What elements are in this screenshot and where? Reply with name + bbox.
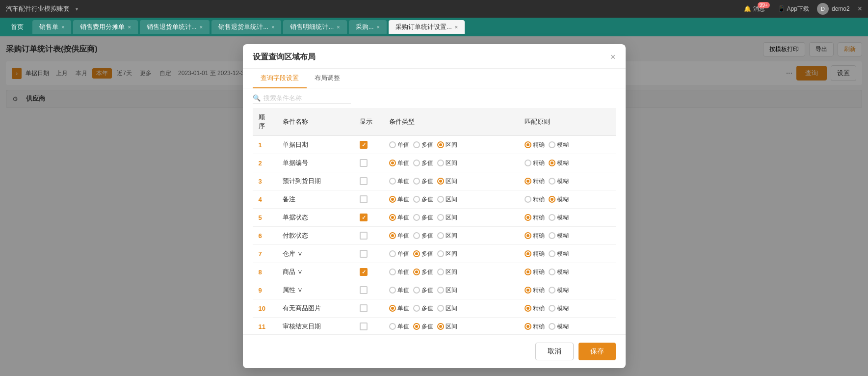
type-multi-radio[interactable]: 多值 xyxy=(413,304,433,313)
modal-close-button[interactable]: × xyxy=(610,52,616,62)
type-single-radio[interactable]: 单值 xyxy=(389,214,409,222)
tab-sales-return1[interactable]: 销售退货单统计... × xyxy=(140,20,210,34)
type-single-radio[interactable]: 单值 xyxy=(389,286,409,295)
match-exact-radio[interactable]: 精确 xyxy=(525,268,545,276)
tab-sales-return2-close[interactable]: × xyxy=(271,24,274,30)
type-multi-radio[interactable]: 多值 xyxy=(413,159,433,167)
show-checkbox[interactable] xyxy=(360,250,368,258)
match-exact-radio[interactable]: 精确 xyxy=(525,214,545,222)
type-multi-radio[interactable]: 多值 xyxy=(413,232,433,240)
tab-sales-order[interactable]: 销售单 × xyxy=(32,20,71,34)
tab-home[interactable]: 首页 xyxy=(4,20,30,34)
cell-show[interactable] xyxy=(354,136,383,154)
tab-purchase-close[interactable]: × xyxy=(377,24,380,30)
match-fuzzy-radio[interactable]: 模糊 xyxy=(549,159,569,167)
match-fuzzy-radio[interactable]: 模糊 xyxy=(549,268,569,276)
type-range-radio[interactable]: 区间 xyxy=(437,177,457,186)
tab-sales-expense-close[interactable]: × xyxy=(128,24,131,30)
type-range-radio[interactable]: 区间 xyxy=(437,195,457,204)
type-single-radio[interactable]: 单值 xyxy=(389,141,409,149)
type-range-radio[interactable]: 区间 xyxy=(437,304,457,313)
type-range-radio[interactable]: 区间 xyxy=(437,232,457,240)
type-multi-radio[interactable]: 多值 xyxy=(413,177,433,186)
match-exact-radio[interactable]: 精确 xyxy=(525,232,545,240)
tab-purchase-order-stat-close[interactable]: × xyxy=(455,24,458,30)
modal-tab-query-fields[interactable]: 查询字段设置 xyxy=(253,69,307,88)
match-fuzzy-radio[interactable]: 模糊 xyxy=(549,250,569,258)
tab-sales-detail-close[interactable]: × xyxy=(337,24,340,30)
modal-tab-layout[interactable]: 布局调整 xyxy=(307,69,348,88)
show-checkbox[interactable] xyxy=(360,159,368,167)
tab-sales-detail[interactable]: 销售明细统计... × xyxy=(283,20,346,34)
type-single-radio[interactable]: 单值 xyxy=(389,250,409,258)
type-multi-radio[interactable]: 多值 xyxy=(413,286,433,295)
match-exact-radio[interactable]: 精确 xyxy=(525,286,545,295)
match-exact-radio[interactable]: 精确 xyxy=(525,159,545,167)
type-range-radio[interactable]: 区间 xyxy=(437,268,457,276)
match-fuzzy-radio[interactable]: 模糊 xyxy=(549,214,569,222)
search-input[interactable] xyxy=(263,94,342,102)
type-range-radio[interactable]: 区间 xyxy=(437,322,457,331)
type-single-radio[interactable]: 单值 xyxy=(389,232,409,240)
show-checkbox[interactable] xyxy=(360,177,368,185)
type-multi-radio[interactable]: 多值 xyxy=(413,268,433,276)
cell-show[interactable] xyxy=(354,154,383,172)
cell-show[interactable] xyxy=(354,227,383,245)
type-multi-radio[interactable]: 多值 xyxy=(413,250,433,258)
show-checkbox[interactable] xyxy=(360,195,368,203)
type-range-radio[interactable]: 区间 xyxy=(437,214,457,222)
match-fuzzy-radio[interactable]: 模糊 xyxy=(549,177,569,186)
match-exact-radio[interactable]: 精确 xyxy=(525,250,545,258)
match-fuzzy-radio[interactable]: 模糊 xyxy=(549,286,569,295)
match-exact-radio[interactable]: 精确 xyxy=(525,195,545,204)
tab-sales-return1-close[interactable]: × xyxy=(200,24,203,30)
show-checkbox[interactable] xyxy=(360,322,368,330)
user-info[interactable]: D demo2 xyxy=(817,3,850,15)
type-single-radio[interactable]: 单值 xyxy=(389,159,409,167)
show-checkbox[interactable] xyxy=(360,214,368,221)
match-exact-radio[interactable]: 精确 xyxy=(525,177,545,186)
notification-button[interactable]: 🔔 消息 99+ xyxy=(744,5,765,13)
top-close-button[interactable]: × xyxy=(858,4,862,13)
type-multi-radio[interactable]: 多值 xyxy=(413,214,433,222)
cancel-button[interactable]: 取消 xyxy=(535,343,574,360)
match-fuzzy-radio[interactable]: 模糊 xyxy=(549,232,569,240)
match-exact-radio[interactable]: 精确 xyxy=(525,322,545,331)
cell-show[interactable] xyxy=(354,281,383,299)
show-checkbox[interactable] xyxy=(360,141,368,149)
type-range-radio[interactable]: 区间 xyxy=(437,141,457,149)
tab-purchase-order-stat[interactable]: 采购订单统计设置... × xyxy=(389,20,465,34)
tab-purchase[interactable]: 采购... × xyxy=(349,20,387,34)
match-fuzzy-radio[interactable]: 模糊 xyxy=(549,322,569,331)
tab-sales-order-close[interactable]: × xyxy=(61,24,64,30)
cell-show[interactable] xyxy=(354,263,383,281)
show-checkbox[interactable] xyxy=(360,268,368,276)
match-exact-radio[interactable]: 精确 xyxy=(525,141,545,149)
save-button[interactable]: 保存 xyxy=(579,343,616,360)
cell-show[interactable] xyxy=(354,172,383,190)
type-multi-radio[interactable]: 多值 xyxy=(413,141,433,149)
type-multi-radio[interactable]: 多值 xyxy=(413,195,433,204)
type-single-radio[interactable]: 单值 xyxy=(389,304,409,313)
type-range-radio[interactable]: 区间 xyxy=(437,286,457,295)
match-fuzzy-radio[interactable]: 模糊 xyxy=(549,195,569,204)
cell-show[interactable] xyxy=(354,190,383,209)
app-download-button[interactable]: 📱 App下载 xyxy=(778,5,809,13)
match-fuzzy-radio[interactable]: 模糊 xyxy=(549,304,569,313)
type-single-radio[interactable]: 单值 xyxy=(389,177,409,186)
cell-show[interactable] xyxy=(354,209,383,227)
type-range-radio[interactable]: 区间 xyxy=(437,250,457,258)
cell-show[interactable] xyxy=(354,299,383,318)
type-single-radio[interactable]: 单值 xyxy=(389,322,409,331)
show-checkbox[interactable] xyxy=(360,304,368,312)
match-exact-radio[interactable]: 精确 xyxy=(525,304,545,313)
show-checkbox[interactable] xyxy=(360,286,368,294)
type-multi-radio[interactable]: 多值 xyxy=(413,322,433,331)
type-single-radio[interactable]: 单值 xyxy=(389,195,409,204)
show-checkbox[interactable] xyxy=(360,232,368,240)
type-single-radio[interactable]: 单值 xyxy=(389,268,409,276)
type-range-radio[interactable]: 区间 xyxy=(437,159,457,167)
tab-sales-return2[interactable]: 销售退货单统计... × xyxy=(211,20,281,34)
cell-show[interactable] xyxy=(354,245,383,263)
match-fuzzy-radio[interactable]: 模糊 xyxy=(549,141,569,149)
